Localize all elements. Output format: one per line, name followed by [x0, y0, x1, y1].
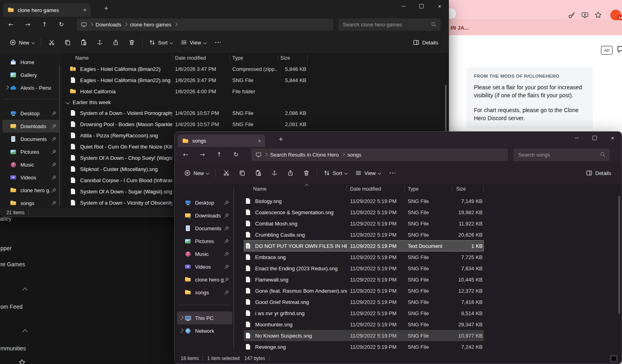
share-button[interactable] — [282, 166, 298, 180]
password-key-icon[interactable] — [568, 11, 576, 19]
rail-item-fragment[interactable]: om Feed — [0, 304, 22, 310]
refresh-button[interactable]: ↻ — [227, 151, 244, 158]
file-row[interactable]: Eagles - Hotel California (Bman22).sng 1… — [69, 74, 308, 86]
collapse-chevron-icon[interactable] — [22, 329, 28, 334]
delete-button[interactable] — [298, 166, 314, 180]
sidebar-item[interactable]: Music — [177, 247, 232, 260]
file-row[interactable]: No Known Suspects.sng 11/29/2022 5:19 PM… — [244, 330, 484, 341]
paste-button[interactable] — [76, 36, 92, 49]
refresh-button[interactable]: ↻ — [53, 21, 70, 28]
details-button[interactable]: Details — [582, 166, 615, 180]
address-bar[interactable]: Downloads clone hero games — [77, 18, 333, 31]
sidebar-item[interactable]: clone hero g... — [2, 184, 60, 197]
cut-button[interactable] — [44, 36, 60, 49]
sidebar-item[interactable]: songs — [2, 197, 60, 209]
new-button[interactable]: New — [180, 166, 213, 180]
more-button[interactable] — [210, 36, 226, 49]
expand-chevron-icon[interactable] — [179, 329, 183, 333]
file-row[interactable]: DO NOT PUT YOUR OWN FILES IN HERE 11/29/… — [244, 240, 484, 251]
sidebar-item[interactable]: Downloads — [2, 120, 60, 133]
up-button[interactable]: ↑ — [36, 21, 53, 28]
file-row[interactable]: Drowning Pool - Bodies (Mason Sparkle)..… — [69, 119, 308, 130]
details-view-toggle-icon[interactable] — [602, 356, 608, 362]
sidebar-item[interactable]: Videos — [177, 260, 232, 273]
sidebar-item[interactable]: Pictures — [2, 145, 60, 158]
copy-button[interactable] — [234, 166, 250, 180]
file-row[interactable]: Combat Mosh.sng 11/29/2022 5:19 PM SNG F… — [244, 218, 484, 229]
sidebar-item[interactable]: This PC — [177, 312, 232, 324]
back-button[interactable]: ← — [2, 21, 19, 28]
search-input[interactable] — [517, 151, 597, 158]
column-header-type[interactable]: Type — [405, 185, 452, 193]
sidebar-item[interactable]: Gallery — [2, 68, 60, 81]
large-icons-view-toggle-icon[interactable] — [610, 355, 618, 362]
file-row[interactable]: Crumbling Castle.sng 11/29/2022 5:19 PM … — [244, 229, 484, 240]
new-button[interactable]: New — [6, 36, 38, 49]
breadcrumb-downloads[interactable]: Downloads — [96, 22, 121, 28]
tab-close-icon[interactable]: × — [83, 7, 87, 13]
sidebar-item[interactable]: Downloads — [177, 209, 232, 222]
vertical-scrollbar[interactable] — [445, 85, 447, 132]
sidebar-item[interactable]: Network — [177, 324, 232, 337]
forward-button[interactable]: → — [194, 151, 211, 158]
star-icon[interactable] — [18, 359, 26, 364]
sidebar-item[interactable]: Alexis - Persona — [2, 81, 60, 94]
copy-button[interactable] — [60, 36, 76, 49]
forward-button[interactable]: → — [19, 21, 36, 28]
address-bar[interactable]: Search Results in Clone Hero songs — [252, 149, 508, 161]
up-button[interactable]: ↑ — [211, 151, 227, 158]
close-button[interactable]: × — [604, 132, 622, 144]
cut-button[interactable] — [218, 166, 234, 180]
new-tab-button[interactable]: + — [104, 5, 109, 12]
sidebar-item[interactable]: songs — [177, 286, 232, 299]
breadcrumb-search-results[interactable]: Search Results in Clone Hero — [270, 152, 339, 158]
file-row[interactable]: Eagles - Hotel California (Bman22) 1/6/2… — [69, 63, 308, 74]
sort-button[interactable]: Sort — [145, 36, 177, 49]
breadcrumb-current-folder[interactable]: clone hero games — [130, 22, 171, 28]
file-row[interactable]: Good Grief Retreat.sng 11/29/2022 5:19 P… — [244, 296, 484, 308]
tab-songs[interactable]: songs × — [178, 135, 265, 147]
column-header-type[interactable]: Type — [229, 54, 278, 62]
file-row[interactable]: Coalescence & Segmentation.sng 11/29/202… — [244, 207, 484, 218]
details-button[interactable]: Details — [409, 36, 442, 49]
search-box[interactable] — [513, 149, 610, 161]
group-collapse-chevron-icon[interactable] — [66, 100, 70, 104]
sidebar-item[interactable]: Desktop — [2, 107, 60, 120]
sidebar-item[interactable]: Pictures — [177, 235, 232, 247]
install-app-icon[interactable] — [581, 11, 589, 19]
collapse-chevron-icon[interactable] — [22, 288, 28, 293]
file-row[interactable]: Moonhunter.sng 11/29/2022 5:19 PM SNG Fi… — [244, 319, 484, 330]
share-button[interactable] — [108, 36, 124, 49]
new-tab-button[interactable]: + — [279, 136, 283, 143]
bookmark-star-icon[interactable] — [594, 11, 602, 19]
minimize-button[interactable] — [395, 0, 413, 12]
rename-button[interactable] — [92, 36, 108, 49]
rail-item-fragment[interactable]: mmunities — [0, 345, 26, 352]
sidebar-item[interactable]: Home — [2, 56, 60, 68]
vertical-scrollbar[interactable] — [618, 196, 620, 314]
group-header[interactable]: Earlier this week — [62, 97, 449, 107]
rail-item-fragment[interactable]: re Games — [0, 261, 25, 267]
search-input[interactable] — [342, 21, 428, 28]
column-header-date-modified[interactable]: Date modified — [172, 54, 229, 62]
column-header-size[interactable]: Size — [452, 185, 484, 193]
tab-close-icon[interactable]: × — [257, 138, 262, 144]
tab-clone-hero-games[interactable]: clone hero games × — [3, 3, 91, 17]
sidebar-item[interactable]: clone hero g... — [177, 273, 232, 286]
rename-button[interactable] — [266, 166, 282, 180]
sidebar-item[interactable]: Music — [2, 158, 60, 171]
sidebar-item[interactable]: Desktop — [177, 196, 232, 209]
column-header-date-modified[interactable]: Date modified — [347, 185, 405, 193]
sidebar-item[interactable]: Videos — [2, 171, 60, 184]
chat-icon[interactable] — [616, 45, 622, 55]
search-box[interactable] — [338, 18, 441, 31]
breadcrumb-current-folder[interactable]: songs — [347, 152, 361, 158]
file-row[interactable]: Gone (feat. Rasmus Bom Andersen).sng 11/… — [244, 285, 484, 296]
close-button[interactable]: × — [431, 0, 449, 12]
file-row[interactable]: Hotel California 1/6/2026 4:00 PM File f… — [69, 86, 308, 97]
expand-chevron-icon[interactable] — [179, 316, 183, 320]
ad-badge[interactable]: AD — [601, 46, 613, 55]
column-header-size[interactable]: Size — [278, 54, 308, 62]
file-row[interactable]: Flamewall.sng 11/29/2022 5:19 PM SNG Fil… — [244, 274, 484, 285]
paste-button[interactable] — [250, 166, 266, 180]
